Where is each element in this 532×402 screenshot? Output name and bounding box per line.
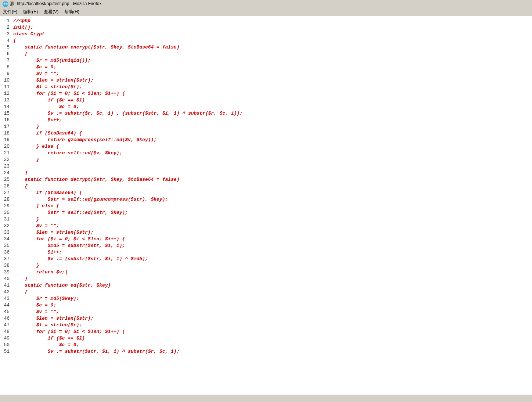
line-code: } [13, 276, 28, 282]
line-code: for ($i = 0; $i < $len; $i++) { [13, 329, 125, 335]
line-number: 10 [3, 77, 13, 84]
line-code: $v = ""; [13, 309, 59, 315]
line-number: 9 [3, 71, 13, 77]
line-code: $v .= (substr($str, $i, 1) ^ $md5); [13, 256, 148, 262]
line-code: $v = ""; [13, 223, 59, 229]
code-line: 15 $v .= substr($r, $c, 1) . (substr($st… [3, 110, 529, 117]
line-number: 12 [3, 90, 13, 97]
code-line: 50 $c = 0; [3, 342, 529, 348]
line-code: class Crypt [13, 31, 45, 37]
line-number: 47 [3, 322, 13, 329]
line-number: 2 [3, 24, 13, 31]
line-code: $len = strlen($str); [13, 77, 93, 84]
code-line: 49 if ($c == $l) [3, 335, 529, 342]
line-code: $md5 = substr($str, $i, 1); [13, 243, 125, 249]
code-line: 18 if ($toBase64) { [3, 130, 529, 137]
line-code: for ($i = 0; $i < $len; $i++) { [13, 90, 125, 97]
code-line: 13 if ($c == $l) [3, 97, 529, 104]
line-number: 26 [3, 183, 13, 190]
code-line: 17 } [3, 123, 529, 130]
line-number: 5 [3, 44, 13, 51]
line-number: 3 [3, 31, 13, 37]
line-number: 21 [3, 150, 13, 157]
titlebar-text: 源: http://localhost/api/test.php - Mozil… [10, 1, 101, 7]
line-number: 51 [3, 348, 13, 355]
line-number: 33 [3, 229, 13, 236]
code-line: 14 $c = 0; [3, 104, 529, 110]
line-code: if ($c == $l) [13, 335, 85, 342]
code-line: 22 } [3, 157, 529, 163]
line-number: 40 [3, 276, 13, 282]
line-code: } [13, 123, 39, 130]
code-line: 51 $v .= substr($str, $i, 1) ^ substr($r… [3, 348, 529, 355]
line-number: 34 [3, 236, 13, 243]
code-line: 20 } else { [3, 143, 529, 150]
line-number: 38 [3, 262, 13, 269]
code-line: 7 $r = md5(uniqid()); [3, 57, 529, 64]
line-number: 4 [3, 37, 13, 44]
line-code: { [13, 37, 16, 44]
line-code: $l = strlen($r); [13, 84, 82, 90]
code-line: 23 [3, 163, 529, 170]
code-line: 10 $len = strlen($str); [3, 77, 529, 84]
line-code: $str = self::ed(gzuncompress($str), $key… [13, 196, 168, 203]
code-line: 33 $len = strlen($str); [3, 229, 529, 236]
code-line: 28 $str = self::ed(gzuncompress($str), $… [3, 196, 529, 203]
line-number: 46 [3, 315, 13, 322]
code-line: 34 for ($i = 0; $i < $len; $i++) { [3, 236, 529, 243]
line-number: 14 [3, 104, 13, 110]
code-line: 38 } [3, 262, 529, 269]
line-number: 6 [3, 51, 13, 57]
line-code: static function ed($str, $key) [13, 282, 111, 289]
menu-edit[interactable]: 编辑(E) [20, 8, 41, 16]
code-line: 3class Crypt [3, 31, 529, 37]
code-line: 8 $c = 0; [3, 64, 529, 71]
code-line: 32 $v = ""; [3, 223, 529, 229]
line-number: 20 [3, 143, 13, 150]
code-line: 5 static function encrypt($str, $key, $t… [3, 44, 529, 51]
code-line: 48 for ($i = 0; $i < $len; $i++) { [3, 329, 529, 335]
line-number: 44 [3, 302, 13, 309]
line-code: { [13, 51, 28, 57]
code-line: 26 { [3, 183, 529, 190]
line-code: $v .= substr($r, $c, 1) . (substr($str, … [13, 110, 242, 117]
line-number: 50 [3, 342, 13, 348]
line-code: if ($toBase64) { [13, 130, 82, 137]
line-number: 42 [3, 289, 13, 295]
code-line: 19 return gzcompress(self::ed($v, $key))… [3, 137, 529, 143]
code-line: 42 { [3, 289, 529, 295]
code-line: 31 } [3, 216, 529, 223]
line-code: $l = strlen($r); [13, 322, 82, 329]
line-number: 25 [3, 176, 13, 183]
line-number: 30 [3, 209, 13, 216]
line-code: return gzcompress(self::ed($v, $key)); [13, 137, 157, 143]
code-line: 27 if ($toBase64) { [3, 190, 529, 196]
line-number: 11 [3, 84, 13, 90]
code-line: 47 $l = strlen($r); [3, 322, 529, 329]
line-number: 7 [3, 57, 13, 64]
code-line: 24 } [3, 170, 529, 176]
line-code: } else { [13, 143, 59, 150]
code-line: 36 $i++; [3, 249, 529, 256]
line-code: init(); [13, 24, 33, 31]
line-code: if ($c == $l) [13, 97, 85, 104]
menu-view[interactable]: 查看(V) [41, 8, 61, 16]
line-number: 13 [3, 97, 13, 104]
menu-file[interactable]: 文件(F) [0, 8, 20, 16]
line-code: $r = md5($key); [13, 295, 79, 302]
line-code: static function encrypt($str, $key, $toB… [13, 44, 179, 51]
code-line: 12 for ($i = 0; $i < $len; $i++) { [3, 90, 529, 97]
code-line: 30 $str = self::ed($str, $key); [3, 209, 529, 216]
line-code: $len = strlen($str); [13, 229, 93, 236]
line-code: //<php [13, 18, 30, 24]
code-line: 35 $md5 = substr($str, $i, 1); [3, 243, 529, 249]
line-number: 45 [3, 309, 13, 315]
menubar: 文件(F) 编辑(E) 查看(V) 帮助(H) [0, 8, 532, 16]
line-number: 17 [3, 123, 13, 130]
menu-help[interactable]: 帮助(H) [61, 8, 82, 16]
line-number: 32 [3, 223, 13, 229]
code-line: 16 $c++; [3, 117, 529, 123]
code-line: 21 return self::ed($v, $key); [3, 150, 529, 157]
code-line: 44 $c = 0; [3, 302, 529, 309]
line-code: if ($toBase64) { [13, 190, 82, 196]
